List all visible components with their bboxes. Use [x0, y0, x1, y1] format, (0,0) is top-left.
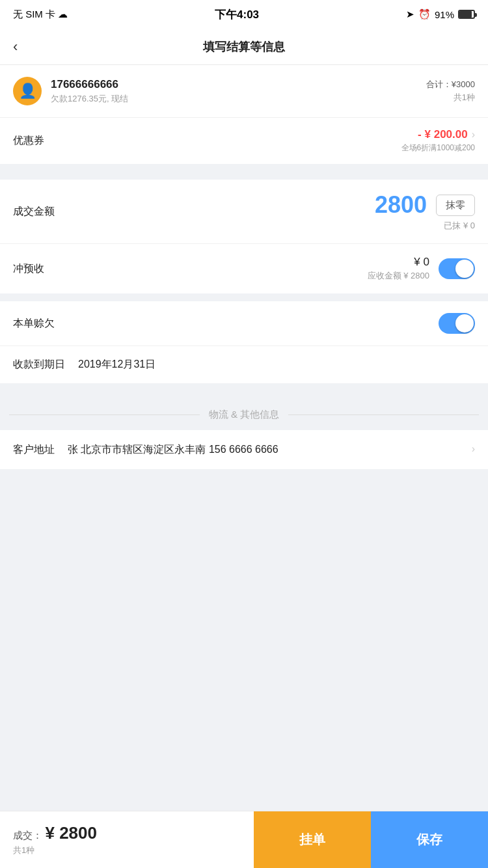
debt-section: 本单赊欠 收款到期日 2019年12月31日: [0, 301, 488, 383]
deal-label: 成交金额: [13, 205, 55, 219]
due-label: 收款到期日: [13, 358, 65, 372]
coupon-right: - ¥ 200.00 › 全场6折满1000减200: [401, 128, 475, 154]
debt-toggle[interactable]: [439, 313, 475, 334]
user-phone: 17666666666: [51, 78, 128, 91]
nav-bar: ‹ 填写结算等信息: [0, 29, 488, 65]
bottom-deal-row: 成交： ¥ 2800: [13, 823, 241, 843]
status-right: ➤ ⏰ 91%: [406, 8, 475, 20]
battery-icon: [458, 10, 475, 19]
address-value: 张 北京市市辖区海淀区永丰南 156 6666 6666: [68, 442, 465, 457]
status-time: 下午4:03: [215, 7, 259, 22]
status-bar: 无 SIM 卡 ☁ 下午4:03 ➤ ⏰ 91%: [0, 0, 488, 29]
toggle-knob: [455, 260, 474, 278]
user-info: 17666666666 欠款1276.35元, 现结: [51, 78, 128, 105]
prepay-label: 冲预收: [13, 262, 44, 276]
bottom-count: 共1种: [13, 845, 241, 856]
debt-toggle-knob: [455, 314, 474, 332]
sim-label: 无 SIM 卡 ☁: [13, 8, 68, 21]
coupon-amount: - ¥ 200.00: [418, 128, 468, 141]
save-button[interactable]: 保存: [371, 811, 488, 869]
bottom-spacer: [0, 477, 488, 542]
logistics-label: 物流 & 其他信息: [209, 409, 279, 421]
debt-label: 本单赊欠: [13, 317, 55, 331]
address-section[interactable]: 客户地址 张 北京市市辖区海淀区永丰南 156 6666 6666 ›: [0, 430, 488, 469]
user-debt: 欠款1276.35元, 现结: [51, 93, 128, 105]
user-section: 👤 17666666666 欠款1276.35元, 现结 合计：¥3000 共1…: [0, 65, 488, 164]
separator-1: [0, 172, 488, 180]
user-right: 合计：¥3000 共1种: [426, 79, 475, 103]
avatar-icon: 👤: [19, 83, 36, 100]
hold-label: 挂单: [299, 831, 325, 848]
coupon-label: 优惠券: [13, 134, 44, 148]
due-value: 2019年12月31日: [78, 358, 156, 372]
location-icon: ➤: [406, 8, 414, 20]
deal-amount-row: 2800 抹零: [375, 191, 475, 219]
separator-3: [0, 391, 488, 399]
status-left: 无 SIM 卡 ☁: [13, 8, 68, 21]
deal-row: 成交金额 2800 抹零 已抹 ¥ 0: [0, 180, 488, 244]
coupon-chevron-icon: ›: [472, 129, 475, 141]
address-label: 客户地址: [13, 443, 55, 457]
address-chevron-icon: ›: [472, 443, 475, 455]
bottom-amount: ¥ 2800: [45, 823, 97, 843]
page-title: 填写结算等信息: [203, 39, 285, 55]
bottom-bar: 成交： ¥ 2800 共1种 挂单 保存: [0, 811, 488, 868]
address-row[interactable]: 客户地址 张 北京市市辖区海淀区永丰南 156 6666 6666 ›: [0, 430, 488, 469]
avatar: 👤: [13, 77, 42, 105]
bottom-summary: 成交： ¥ 2800 共1种: [0, 823, 254, 856]
separator-2: [0, 293, 488, 301]
total-count: 共1种: [426, 92, 475, 103]
bottom-deal-label: 成交：: [13, 830, 42, 841]
prepay-amount-block: ¥ 0 应收金额 ¥ 2800: [368, 256, 429, 282]
prepay-toggle[interactable]: [439, 258, 475, 279]
save-label: 保存: [416, 831, 442, 848]
prepay-right: ¥ 0 应收金额 ¥ 2800: [368, 256, 475, 282]
user-row: 👤 17666666666 欠款1276.35元, 现结 合计：¥3000 共1…: [0, 65, 488, 117]
user-left: 👤 17666666666 欠款1276.35元, 现结: [13, 77, 128, 105]
due-row: 收款到期日 2019年12月31日: [0, 346, 488, 383]
alarm-icon: ⏰: [418, 8, 431, 20]
coupon-row[interactable]: 优惠券 - ¥ 200.00 › 全场6折满1000减200: [0, 117, 488, 164]
prepay-amount: ¥ 0: [368, 256, 429, 269]
coupon-amount-row: - ¥ 200.00 ›: [418, 128, 475, 141]
back-button[interactable]: ‹: [13, 38, 18, 55]
round-button[interactable]: 抹零: [436, 195, 475, 216]
deal-amount: 2800: [375, 191, 427, 219]
deal-section: 成交金额 2800 抹零 已抹 ¥ 0 冲预收 ¥ 0 应收金额 ¥ 2800: [0, 180, 488, 293]
hold-button[interactable]: 挂单: [254, 811, 371, 869]
prepay-sub: 应收金额 ¥ 2800: [368, 270, 429, 282]
logistics-divider: 物流 & 其他信息: [0, 399, 488, 430]
debt-row: 本单赊欠: [0, 301, 488, 346]
deal-sub: 已抹 ¥ 0: [444, 220, 475, 232]
total-label: 合计：¥3000: [426, 79, 475, 90]
prepay-row: 冲预收 ¥ 0 应收金额 ¥ 2800: [0, 244, 488, 293]
battery-label: 91%: [435, 9, 454, 20]
coupon-desc: 全场6折满1000减200: [401, 142, 475, 154]
